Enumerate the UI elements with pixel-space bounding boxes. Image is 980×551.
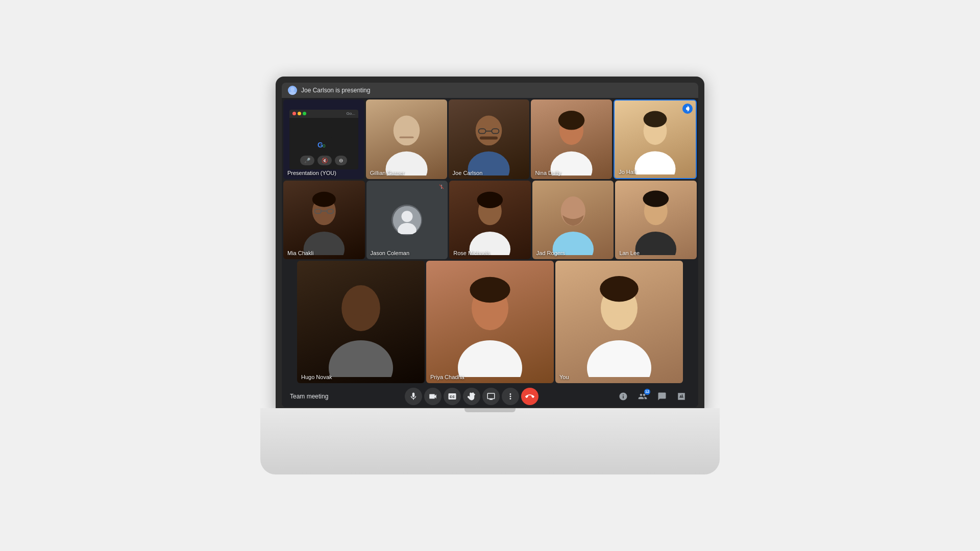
presentation-controls: 🎤 🔇 ⊖ <box>300 156 347 165</box>
tile-gillian[interactable]: Gillian Garner <box>366 99 447 179</box>
svg-point-54 <box>470 277 510 302</box>
jo-photo <box>623 105 688 174</box>
mia-photo <box>291 185 357 255</box>
presentation-top-bar: Go... <box>289 110 358 118</box>
info-icon <box>619 392 628 401</box>
presentation-body: G o <box>315 136 332 153</box>
svg-point-47 <box>643 191 669 207</box>
presentation-tile-name: Presentation (YOU) <box>287 170 336 176</box>
presenter-bar: Joe Carlson is presenting <box>282 83 698 98</box>
svg-point-0 <box>290 87 295 91</box>
present-button[interactable] <box>482 388 500 405</box>
tile-joe[interactable]: Joe Carlson <box>449 99 530 179</box>
svg-point-56 <box>587 340 651 377</box>
joe-photo <box>456 104 521 176</box>
svg-point-50 <box>345 288 378 315</box>
jason-avatar-bg <box>391 205 422 235</box>
svg-point-1 <box>289 91 296 95</box>
camera-icon <box>428 392 437 401</box>
mic-button[interactable] <box>405 388 422 405</box>
mic-icon <box>409 392 418 401</box>
svg-point-23 <box>644 111 667 127</box>
presentation-tile[interactable]: Go... G o <box>283 99 364 179</box>
win-min-btn <box>298 112 301 115</box>
priya-name: Priya Chadha <box>430 374 464 380</box>
svg-point-43 <box>562 198 583 216</box>
chat-icon <box>657 392 667 401</box>
nina-name: Nina Duffy <box>535 170 561 176</box>
pres-mic-btn[interactable]: 🎤 <box>300 156 314 165</box>
meeting-name: Team meeting <box>290 393 328 400</box>
pres-mute-btn[interactable]: 🔇 <box>317 156 332 165</box>
more-options-button[interactable] <box>502 388 519 405</box>
jason-mic-muted <box>438 184 445 190</box>
captions-button[interactable] <box>444 388 461 405</box>
svg-point-58 <box>600 276 639 302</box>
meet-app: Joe Carlson is presenting <box>282 83 698 407</box>
presenter-text: Joe Carlson is presenting <box>301 87 370 94</box>
svg-text:o: o <box>323 143 326 148</box>
controls-center <box>405 388 538 405</box>
presenter-avatar <box>288 86 297 95</box>
people-button[interactable]: 12 <box>634 388 651 405</box>
tile-rose[interactable]: Rose Michaels <box>449 181 531 259</box>
grid-row-2: Mia Chakli <box>283 181 697 259</box>
presentation-content: Go... G o <box>289 110 358 169</box>
jad-photo <box>541 185 606 255</box>
svg-point-35 <box>401 211 412 222</box>
nina-photo <box>539 104 604 176</box>
chat-button[interactable] <box>653 388 671 405</box>
jo-name: Jo Hall <box>619 169 636 175</box>
hugo-photo <box>310 267 412 377</box>
you-name: You <box>559 374 569 380</box>
window-title: Go... <box>347 111 355 116</box>
present-icon <box>486 392 496 401</box>
jason-avatar <box>393 206 421 234</box>
laptop-shell: Joe Carlson is presenting <box>260 77 720 474</box>
raise-hand-icon <box>467 392 476 401</box>
lan-photo <box>623 185 689 255</box>
priya-photo <box>439 267 541 377</box>
controls-right: 12 <box>615 388 690 405</box>
tile-jason[interactable]: Jason Coleman <box>366 181 448 259</box>
svg-point-52 <box>458 340 522 377</box>
raise-hand-button[interactable] <box>463 388 480 405</box>
hugo-name: Hugo Novak <box>301 374 332 380</box>
win-max-btn <box>303 112 306 115</box>
camera-button[interactable] <box>424 388 442 405</box>
tile-hugo[interactable]: Hugo Novak <box>297 261 425 383</box>
laptop-screen: Joe Carlson is presenting <box>282 83 698 407</box>
svg-point-45 <box>635 232 676 255</box>
tile-jo[interactable]: Jo Hall <box>614 99 697 179</box>
svg-point-49 <box>329 340 393 377</box>
activities-icon <box>677 392 686 401</box>
joe-name: Joe Carlson <box>453 170 483 176</box>
tile-lan[interactable]: Lan Lee <box>615 181 697 259</box>
end-call-button[interactable] <box>521 388 538 405</box>
lan-name: Lan Lee <box>619 250 640 256</box>
bottom-bar: Team meeting <box>282 385 698 407</box>
video-grid: Go... G o <box>282 98 698 385</box>
info-button[interactable] <box>615 388 632 405</box>
google-meet-logo: G o <box>315 136 332 153</box>
tile-nina[interactable]: Nina Duffy <box>531 99 612 179</box>
tile-priya[interactable]: Priya Chadha <box>426 261 554 383</box>
grid-row-1: Go... G o <box>283 99 697 179</box>
captions-icon <box>448 392 457 401</box>
rose-name: Rose Michaels <box>453 250 490 256</box>
tile-mia[interactable]: Mia Chakli <box>283 181 365 259</box>
tile-you[interactable]: You <box>555 261 683 383</box>
svg-point-19 <box>558 111 585 130</box>
laptop-base <box>260 408 720 474</box>
you-photo <box>568 267 670 377</box>
svg-point-7 <box>396 118 417 136</box>
rose-photo <box>457 185 523 255</box>
pres-stop-btn[interactable]: ⊖ <box>335 156 347 165</box>
grid-row-3: Hugo Novak Priya Chadha <box>283 261 697 383</box>
gillian-photo <box>374 104 439 176</box>
tile-jad[interactable]: Jad Rogers <box>532 181 614 259</box>
svg-rect-12 <box>480 136 498 139</box>
activities-button[interactable] <box>673 388 690 405</box>
gillian-name: Gillian Garner <box>370 170 405 176</box>
screen-bezel: Joe Carlson is presenting <box>276 77 704 413</box>
